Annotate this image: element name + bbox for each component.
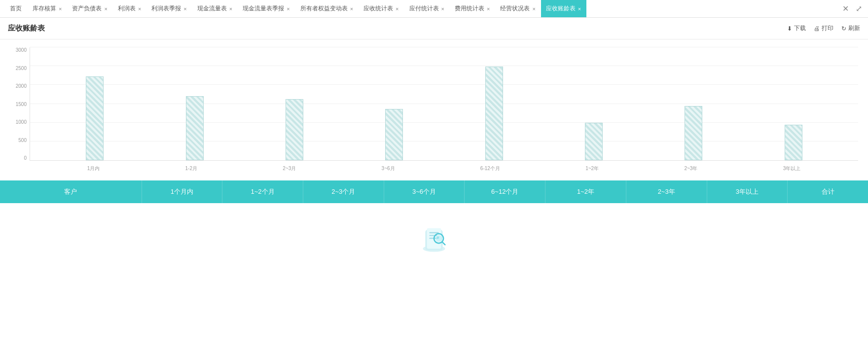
tab-ap-stat[interactable]: 应付统计表 ×	[404, 0, 450, 18]
bar-1m	[86, 76, 104, 160]
x-label-1-2m: 1-2月	[185, 165, 197, 172]
th-3-6m: 3~6个月	[384, 180, 465, 203]
tab-inventory[interactable]: 库存核算 ×	[28, 0, 67, 18]
bars-area	[30, 47, 858, 160]
x-label-3-6m: 3~6月	[382, 165, 395, 172]
refresh-button[interactable]: ↻ 刷新	[841, 24, 860, 33]
th-2-3y: 2~3年	[626, 180, 707, 203]
chart-area: 0 500 1000 1500 2000 2500 3000	[0, 39, 868, 180]
tab-operation[interactable]: 经营状况表 ×	[495, 0, 541, 18]
page-header: 应收账龄表 ⬇ 下载 🖨 打印 ↻ 刷新	[0, 18, 868, 39]
bar-group-1m	[86, 76, 104, 160]
tab-close-icon[interactable]: ×	[59, 6, 62, 12]
x-label-1-2y: 1~2年	[585, 165, 599, 172]
bar-1-2y	[585, 123, 603, 160]
y-label-0: 0	[24, 155, 27, 161]
bar-group-6-12m	[485, 67, 503, 160]
bar-group-3y-plus	[785, 125, 802, 160]
tab-profit-quarterly[interactable]: 利润表季报 ×	[146, 0, 192, 18]
x-label-2-3m: 2~3月	[283, 165, 296, 172]
bar-group-1-2y	[585, 123, 603, 160]
download-button[interactable]: ⬇ 下载	[787, 24, 806, 33]
bar-group-2-3y	[685, 106, 702, 160]
bar-3y-plus	[785, 125, 802, 160]
chart-container: 0 500 1000 1500 2000 2500 3000	[10, 47, 858, 176]
tab-close-icon[interactable]: ×	[532, 6, 535, 12]
table-header: 客户 1个月内 1~2个月 2~3个月 3~6个月 6~12个月 1~2年 2~…	[0, 180, 868, 203]
x-label-3y-plus: 3年以上	[783, 165, 801, 172]
th-total: 合计	[788, 180, 868, 203]
svg-point-9	[437, 237, 439, 239]
tab-close-icon[interactable]: ×	[229, 6, 232, 12]
y-axis: 0 500 1000 1500 2000 2500 3000	[10, 47, 30, 161]
download-icon: ⬇	[787, 25, 792, 32]
bar-group-1-2m	[186, 96, 204, 160]
bar-group-3-6m	[385, 109, 403, 160]
page-title: 应收账龄表	[8, 24, 45, 33]
tab-profit[interactable]: 利润表 ×	[113, 0, 146, 18]
maximize-window-button[interactable]: ⤢	[854, 3, 864, 14]
bar-2-3y	[685, 106, 702, 160]
th-6-12m: 6~12个月	[465, 180, 545, 203]
th-1-2m: 1~2个月	[222, 180, 303, 203]
print-icon: 🖨	[814, 25, 820, 32]
refresh-icon: ↻	[841, 25, 846, 32]
window-controls: ✕ ⤢	[840, 3, 864, 14]
tab-cashflow[interactable]: 现金流量表 ×	[192, 0, 238, 18]
tab-ar-aging[interactable]: 应收账龄表 ×	[541, 0, 586, 18]
svg-rect-3	[429, 232, 438, 233]
no-data-illustration	[414, 218, 454, 257]
print-button[interactable]: 🖨 打印	[814, 24, 833, 33]
tab-expense-stat[interactable]: 费用统计表 ×	[450, 0, 495, 18]
tab-close-icon[interactable]: ×	[578, 6, 581, 12]
tab-close-icon[interactable]: ×	[104, 6, 107, 12]
y-label-3000: 3000	[16, 47, 27, 53]
th-customer: 客户	[0, 180, 142, 203]
tab-close-icon[interactable]: ×	[441, 6, 444, 12]
x-label-2-3y: 2~3年	[684, 165, 697, 172]
th-1-2y: 1~2年	[545, 180, 626, 203]
main-content: 0 500 1000 1500 2000 2500 3000	[0, 39, 868, 355]
y-label-1500: 1500	[16, 102, 27, 107]
empty-state	[0, 203, 868, 355]
bar-group-2-3m	[286, 99, 303, 160]
bar-1-2m	[186, 96, 204, 160]
close-window-button[interactable]: ✕	[840, 3, 851, 14]
tab-equity[interactable]: 所有者权益变动表 ×	[295, 0, 359, 18]
bar-2-3m	[286, 99, 303, 160]
tab-close-icon[interactable]: ×	[287, 6, 289, 12]
chart-inner	[30, 47, 858, 161]
th-2-3m: 2~3个月	[303, 180, 384, 203]
tab-close-icon[interactable]: ×	[396, 6, 398, 12]
tab-ar-stat[interactable]: 应收统计表 ×	[359, 0, 404, 18]
tab-close-icon[interactable]: ×	[350, 6, 353, 12]
tab-home[interactable]: 首页	[4, 4, 28, 13]
svg-line-8	[442, 242, 445, 245]
tab-bar: 首页 库存核算 × 资产负债表 × 利润表 × 利润表季报 × 现金流量表 × …	[0, 0, 868, 18]
tab-close-icon[interactable]: ×	[487, 6, 490, 12]
tab-close-icon[interactable]: ×	[138, 6, 141, 12]
tab-cashflow-quarterly[interactable]: 现金流量表季报 ×	[238, 0, 295, 18]
y-label-2000: 2000	[16, 83, 27, 89]
y-label-2500: 2500	[16, 66, 27, 71]
x-label-6-12m: 6-12个月	[480, 165, 500, 172]
y-label-1000: 1000	[16, 119, 27, 125]
th-3y-plus: 3年以上	[707, 180, 788, 203]
tab-close-icon[interactable]: ×	[183, 6, 186, 12]
x-axis: 1月内 1-2月 2~3月 3~6月 6-12个月 1~2年 2~3年 3年以上	[30, 162, 858, 176]
x-label-1m: 1月内	[87, 165, 100, 172]
tab-balance-sheet[interactable]: 资产负债表 ×	[67, 0, 112, 18]
bar-6-12m	[485, 67, 503, 160]
th-1m: 1个月内	[142, 180, 223, 203]
y-label-500: 500	[18, 138, 27, 143]
page-actions: ⬇ 下载 🖨 打印 ↻ 刷新	[787, 24, 860, 33]
bar-3-6m	[385, 109, 403, 160]
